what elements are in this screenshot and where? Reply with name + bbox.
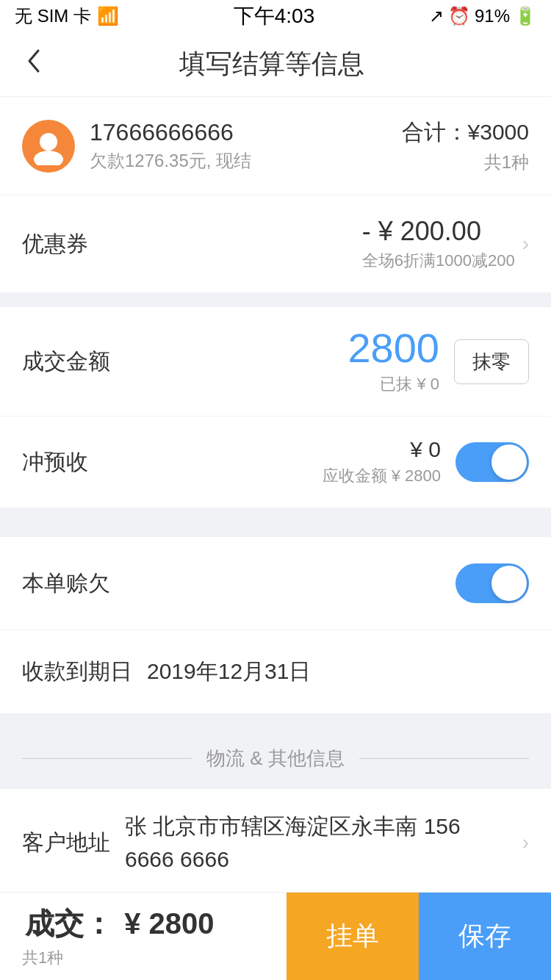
save-button[interactable]: 保存	[419, 893, 551, 980]
duedate-row: 收款到期日 2019年12月31日	[0, 630, 551, 713]
logistics-line-right	[359, 758, 529, 759]
location-icon: ↗	[429, 6, 444, 26]
avatar	[22, 120, 75, 173]
address-value: 张 北京市市辖区海淀区永丰南 156 6666 6666	[125, 810, 508, 876]
debt-row: 本单赊欠	[0, 537, 551, 630]
debt-label: 本单赊欠	[22, 569, 110, 599]
deal-amount-right: 2800 已抹 ¥ 0 抹零	[347, 328, 529, 395]
section-gap-2	[0, 508, 551, 522]
precharge-sub: 应收金额 ¥ 2800	[323, 465, 441, 487]
amount-info: 2800 已抹 ¥ 0	[347, 328, 439, 395]
customer-phone: 17666666666	[90, 119, 251, 146]
precharge-row: 冲预收 ¥ 0 应收金额 ¥ 2800	[0, 416, 551, 508]
coupon-row[interactable]: 优惠券 - ¥ 200.00 全场6折满1000减200 ›	[0, 195, 551, 292]
duedate-value: 2019年12月31日	[147, 657, 311, 687]
battery-percent: 91%	[475, 6, 510, 26]
address-row[interactable]: 客户地址 张 北京市市辖区海淀区永丰南 156 6666 6666 ›	[0, 789, 551, 896]
toggle-knob	[491, 444, 527, 480]
duedate-label: 收款到期日	[22, 657, 132, 687]
svg-point-1	[34, 151, 63, 165]
customer-info: 17666666666 欠款1276.35元, 现结	[90, 119, 251, 173]
chevron-right-icon: ›	[522, 232, 529, 256]
section-gap-1	[0, 292, 551, 307]
status-left: 无 SIM 卡 📶	[15, 4, 119, 28]
bottom-actions: 挂单 保存	[287, 893, 551, 980]
debt-toggle[interactable]	[455, 563, 529, 603]
status-bar: 无 SIM 卡 📶 下午4:03 ↗ ⏰ 91% 🔋	[0, 0, 551, 32]
precharge-label: 冲预收	[22, 447, 88, 478]
customer-left: 17666666666 欠款1276.35元, 现结	[22, 119, 251, 173]
deal-amount-sub: 已抹 ¥ 0	[347, 373, 439, 395]
coupon-label: 优惠券	[22, 229, 88, 259]
customer-card: 17666666666 欠款1276.35元, 现结 合计：¥3000 共1种	[0, 97, 551, 195]
coupon-description: 全场6折满1000减200	[362, 250, 515, 272]
sim-status: 无 SIM 卡	[15, 4, 91, 28]
round-off-button[interactable]: 抹零	[454, 339, 529, 384]
deal-amount-label: 成交金额	[22, 347, 110, 377]
total-count: 共1种	[402, 151, 529, 174]
bottom-deal-amount: ¥ 2800	[124, 907, 214, 940]
logistics-title: 物流 & 其他信息	[206, 746, 345, 771]
bottom-count: 共1种	[22, 947, 264, 969]
total-amount: 合计：¥3000	[402, 118, 529, 148]
address-chevron-icon: ›	[522, 831, 529, 854]
status-time: 下午4:03	[234, 2, 315, 30]
svg-point-0	[40, 133, 57, 151]
section-gap-3	[0, 713, 551, 728]
back-button[interactable]	[22, 45, 59, 84]
coupon-right: - ¥ 200.00 全场6折满1000减200 ›	[362, 216, 529, 272]
coupon-info: - ¥ 200.00 全场6折满1000减200	[362, 216, 515, 272]
precharge-amount: ¥ 0 应收金额 ¥ 2800	[323, 437, 441, 487]
deal-amount-row: 成交金额 2800 已抹 ¥ 0 抹零	[0, 307, 551, 416]
precharge-toggle[interactable]	[455, 442, 529, 482]
bottom-bar: 成交： ¥ 2800 共1种 挂单 保存	[0, 892, 551, 980]
battery-icon: 🔋	[514, 6, 536, 26]
address-label: 客户地址	[22, 828, 110, 858]
bottom-deal-row: 成交： ¥ 2800	[22, 904, 264, 944]
hold-button[interactable]: 挂单	[287, 893, 419, 980]
status-right: ↗ ⏰ 91% 🔋	[429, 6, 536, 26]
nav-bar: 填写结算等信息	[0, 32, 551, 97]
deal-amount-value: 2800	[347, 328, 439, 369]
customer-right: 合计：¥3000 共1种	[402, 118, 529, 174]
bottom-summary: 成交： ¥ 2800 共1种	[0, 904, 287, 969]
precharge-right: ¥ 0 应收金额 ¥ 2800	[323, 437, 529, 487]
customer-sub-text: 欠款1276.35元, 现结	[90, 149, 251, 173]
alarm-icon: ⏰	[448, 6, 470, 26]
precharge-value: ¥ 0	[323, 437, 441, 462]
bottom-deal-label: 成交：	[25, 907, 113, 940]
logistics-header: 物流 & 其他信息	[0, 728, 551, 789]
wifi-icon: 📶	[97, 6, 119, 26]
debt-toggle-knob	[491, 566, 527, 601]
page-title: 填写结算等信息	[59, 46, 485, 82]
coupon-discount: - ¥ 200.00	[362, 216, 515, 247]
logistics-line-left	[22, 758, 192, 759]
